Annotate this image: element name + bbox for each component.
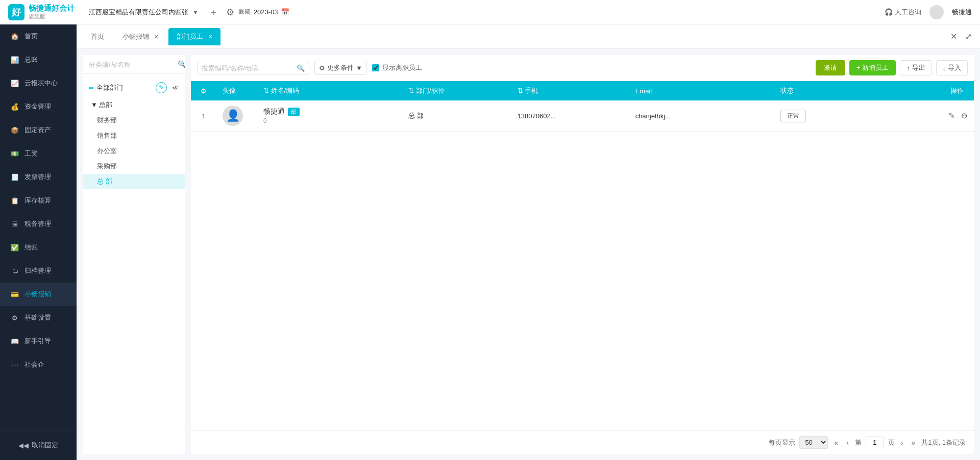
company-selector[interactable]: 江西服宝精品有限责任公司内账张 ▼ [89,8,199,17]
row-phone: 138070602... [511,100,629,132]
archive-icon: 🗂 [10,266,19,275]
period-label: 账期 [238,8,251,16]
col-name-code[interactable]: ⇅ 姓名/编码 [257,81,402,100]
dept-item-finance[interactable]: 财务部 [83,113,185,128]
sidebar-item-tax[interactable]: 🏛 税务管理 [0,212,77,236]
page-word: 第 [855,438,862,447]
col-gear[interactable]: ⚙ [191,81,216,100]
name-row: 畅捷通 部 [263,107,396,116]
dept-item-purchase[interactable]: 采购部 [83,159,185,174]
tab-dept-close[interactable]: × [208,33,212,41]
dept-search-input[interactable] [89,61,175,68]
top-actions: ＋ ⚙ [209,6,234,18]
sidebar-item-reports[interactable]: 📈 云报表中心 [0,71,77,95]
employee-search-input[interactable] [202,64,293,72]
person-icon: 👤 [226,109,240,122]
period-value: 2023-03 [254,8,278,16]
cancel-fixed-button[interactable]: ◀◀ 取消固定 [0,437,77,454]
sidebar-item-checkout[interactable]: ✅ 结账 [0,236,77,259]
box-icon: 📦 [10,125,19,135]
sidebar-label-invoice: 发票管理 [24,172,51,182]
edit-button[interactable]: ✎ [948,111,955,120]
show-resigned-checkbox-area[interactable]: 显示离职员工 [372,63,422,72]
sidebar-label-reports: 云报表中心 [24,79,58,88]
dept-edit-button[interactable]: ✎ [156,82,167,93]
sidebar-item-home[interactable]: 🏠 首页 [0,24,77,48]
pin-icon: ◀◀ [18,442,29,449]
dept-item-office[interactable]: 办公室 [83,143,185,159]
export-icon: ↑ [906,64,910,72]
tab-expense-label: 小畅报销 [122,32,149,41]
sidebar-label-settings: 基础设置 [24,313,51,322]
sidebar-label-salary: 工资 [24,149,38,158]
page-number-input[interactable] [866,437,884,448]
employee-table: ⚙ 头像 ⇅ 姓名/编码 ⇅ 部门/职位 ⇅ 手机 Email 状态 操作 [191,81,974,132]
tab-bar: 首页 小畅报销 × 部门员工 × ✕ ⤢ [77,24,980,49]
user-avatar [929,5,944,19]
chart-icon: 📈 [10,79,19,88]
top-right: 🎧 人工咨询 畅捷通 [885,5,972,19]
per-page-select[interactable]: 50 20 100 [799,436,828,449]
add-employee-button[interactable]: + 新增员工 [849,60,896,75]
col-phone[interactable]: ⇅ 手机 [511,81,629,100]
add-icon[interactable]: ＋ [209,6,218,18]
sidebar-item-more[interactable]: ⋯ 社会企 [0,353,77,376]
col-email: Email [629,81,774,100]
logout-button[interactable]: ⊖ [961,111,968,120]
service-button[interactable]: 🎧 人工咨询 [885,8,921,17]
sidebar-label-inventory: 库存核算 [24,196,51,205]
col-dept-position[interactable]: ⇅ 部门/职位 [402,81,511,100]
import-label: 导入 [948,63,961,72]
tab-right-actions: ✕ ⤢ [948,30,974,43]
tab-dept-employee[interactable]: 部门员工 × [168,28,220,45]
dept-search-icon[interactable]: 🔍 [178,60,185,68]
tab-home[interactable]: 首页 [83,28,112,45]
dept-all-header[interactable]: ▪▪ 全部部门 ✎ ≪ [83,78,185,97]
next-page-button[interactable]: › [899,438,905,448]
sidebar-item-archive[interactable]: 🗂 归档管理 [0,259,77,283]
filter-button[interactable]: ⚙ 更多条件 ▼ [314,61,367,75]
dept-all-label: 全部部门 [96,83,123,92]
employee-table-wrapper: ⚙ 头像 ⇅ 姓名/编码 ⇅ 部门/职位 ⇅ 手机 Email 状态 操作 [191,81,974,430]
row-avatar-cell: 👤 [216,100,257,132]
calendar-icon[interactable]: 📅 [281,8,289,16]
search-icon[interactable]: 🔍 [297,64,305,72]
sidebar-item-ledger[interactable]: 📊 总账 [0,48,77,71]
dept-panel: 🔍 ▪▪ 全部部门 ✎ ≪ ▼ 总部 财务部 销售部 办公室 采购部 总 部 [83,55,185,454]
sidebar-label-checkout: 结账 [24,243,38,252]
toolbar-right: 邀请 + 新增员工 ↑ 导出 ↓ 导入 [816,60,968,75]
name-cell: 畅捷通 部 0 [263,107,396,124]
sidebar-label-more: 社会企 [24,360,44,369]
sidebar-scroll: 🏠 首页 📊 总账 📈 云报表中心 💰 资金管理 📦 固定资产 💵 工资 [0,24,77,430]
sidebar-item-assets[interactable]: 📦 固定资产 [0,118,77,142]
prev-page-button[interactable]: ‹ [844,438,851,448]
sidebar-item-inventory[interactable]: 📋 库存核算 [0,189,77,212]
close-tab-icon[interactable]: ✕ [948,30,959,43]
last-page-button[interactable]: » [910,438,918,448]
dept-item-general[interactable]: 总 部 [83,174,185,189]
settings-icon[interactable]: ⚙ [226,7,234,18]
row-email: chanjethkj... [629,100,774,132]
sidebar-item-invoice[interactable]: 🧾 发票管理 [0,165,77,189]
invite-button[interactable]: 邀请 [816,60,845,75]
sidebar-item-salary[interactable]: 💵 工资 [0,142,77,165]
sidebar-item-capital[interactable]: 💰 资金管理 [0,95,77,118]
first-page-button[interactable]: « [832,438,840,448]
grid-icon: ▪▪ [89,84,93,92]
employee-avatar: 👤 [223,106,243,126]
tab-expense-close[interactable]: × [154,33,158,41]
expand-icon[interactable]: ⤢ [963,30,974,43]
export-button[interactable]: ↑ 导出 [900,60,932,75]
dept-item-sales[interactable]: 销售部 [83,128,185,143]
dept-collapse-icon[interactable]: ≪ [172,84,179,91]
sidebar-item-guide[interactable]: 📖 新手引导 [0,329,77,353]
headset-icon: 🎧 [885,8,893,16]
sidebar-item-settings[interactable]: ⚙ 基础设置 [0,306,77,329]
import-button[interactable]: ↓ 导入 [936,60,968,75]
tab-expense[interactable]: 小畅报销 × [114,28,166,45]
dept-group-hq[interactable]: ▼ 总部 [83,97,185,113]
sidebar-label-capital: 资金管理 [24,102,51,111]
app-subtitle: 旗舰版 [29,13,75,20]
show-resigned-checkbox[interactable] [372,64,379,71]
sidebar-item-expense[interactable]: 💳 小畅报销 [0,283,77,306]
